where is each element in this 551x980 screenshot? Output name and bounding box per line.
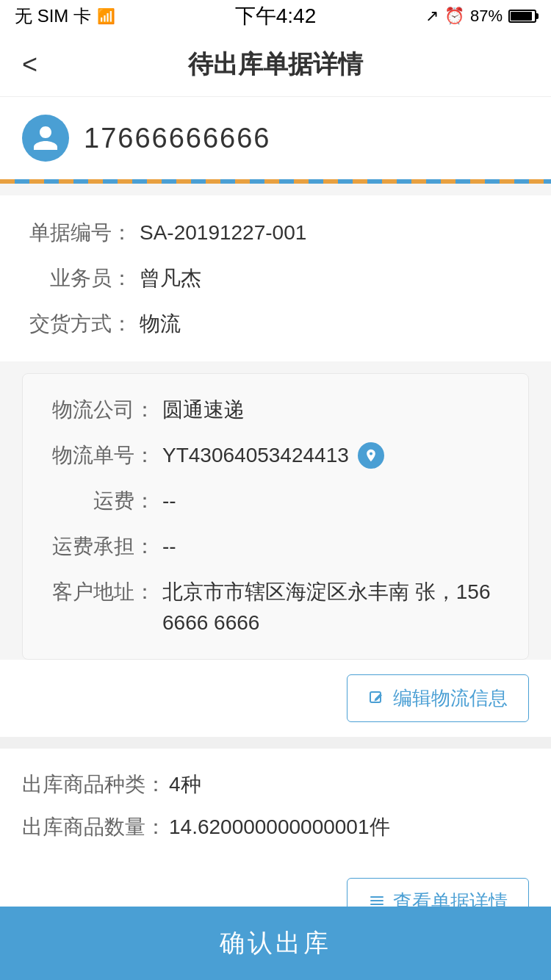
order-no-row: 单据编号： SA-20191227-001: [22, 217, 529, 248]
order-no-label: 单据编号：: [22, 217, 140, 248]
tracking-row: 物流单号： YT43064053424413: [45, 440, 506, 471]
outbound-type-row: 出库商品种类： 4种: [22, 771, 529, 799]
svg-rect-1: [370, 896, 383, 898]
confirm-button-bar[interactable]: 确认出库: [0, 907, 551, 980]
page-title: 待出库单据详情: [188, 48, 363, 82]
outbound-quantity-label: 出库商品数量：: [22, 813, 169, 841]
map-pin-icon: [364, 448, 378, 463]
logistics-card: 物流公司： 圆通速递 物流单号： YT43064053424413 运费： --…: [22, 373, 529, 660]
status-time: 下午4:42: [235, 2, 317, 30]
back-button[interactable]: <: [22, 42, 45, 87]
salesman-label: 业务员：: [22, 263, 140, 294]
section-separator: [0, 737, 551, 749]
svg-rect-2: [370, 900, 383, 901]
wifi-icon: 📶: [97, 7, 115, 25]
freight-bear-label: 运费承担：: [45, 531, 162, 562]
tracking-value-container: YT43064053424413: [162, 440, 506, 471]
edit-logistics-button[interactable]: 编辑物流信息: [347, 674, 529, 722]
delivery-label: 交货方式：: [22, 309, 140, 339]
outbound-type-label: 出库商品种类：: [22, 771, 169, 799]
logistics-company-value: 圆通速递: [162, 394, 506, 425]
logistics-company-label: 物流公司：: [45, 394, 162, 425]
outbound-section: 出库商品种类： 4种 出库商品数量： 14.620000000000001件: [0, 749, 551, 863]
delivery-value: 物流: [140, 309, 529, 339]
freight-row: 运费： --: [45, 486, 506, 516]
salesman-row: 业务员： 曾凡杰: [22, 263, 529, 294]
svg-rect-3: [370, 904, 383, 905]
tracking-label: 物流单号：: [45, 440, 162, 471]
delivery-row: 交货方式： 物流: [22, 309, 529, 339]
edit-btn-row: 编辑物流信息: [0, 660, 551, 737]
freight-label: 运费：: [45, 486, 162, 516]
outbound-quantity-row: 出库商品数量： 14.620000000000001件: [22, 813, 529, 841]
salesman-value: 曾凡杰: [140, 263, 529, 294]
freight-bear-value: --: [162, 531, 506, 562]
address-value: 北京市市辖区海淀区永丰南 张，156 6666 6666: [162, 577, 506, 638]
address-label: 客户地址：: [45, 577, 162, 608]
user-section: 17666666666: [0, 97, 551, 179]
battery-percent: 87%: [470, 7, 503, 26]
tracking-number: YT43064053424413: [162, 440, 349, 471]
location-status-icon: ↗: [425, 7, 439, 26]
user-avatar-icon: [31, 123, 60, 153]
edit-icon: [368, 690, 386, 707]
logistics-company-row: 物流公司： 圆通速递: [45, 394, 506, 425]
confirm-btn-text: 确认出库: [220, 926, 331, 960]
battery-icon: [508, 10, 536, 23]
user-phone: 17666666666: [84, 123, 270, 154]
tracking-location-button[interactable]: [358, 442, 384, 469]
status-left: 无 SIM 卡 📶: [15, 4, 115, 28]
status-right: ↗ ⏰ 87%: [425, 7, 536, 26]
freight-bear-row: 运费承担： --: [45, 531, 506, 562]
alarm-icon: ⏰: [444, 7, 464, 26]
status-bar: 无 SIM 卡 📶 下午4:42 ↗ ⏰ 87%: [0, 0, 551, 32]
order-no-value: SA-20191227-001: [140, 217, 529, 248]
address-row: 客户地址： 北京市市辖区海淀区永丰南 张，156 6666 6666: [45, 577, 506, 638]
outbound-quantity-value: 14.620000000000001件: [169, 813, 390, 841]
carrier-text: 无 SIM 卡: [15, 4, 91, 28]
dashed-separator: [0, 179, 551, 184]
edit-btn-label: 编辑物流信息: [393, 685, 508, 711]
nav-bar: < 待出库单据详情: [0, 32, 551, 97]
basic-info-section: 单据编号： SA-20191227-001 业务员： 曾凡杰 交货方式： 物流: [0, 195, 551, 361]
freight-value: --: [162, 486, 506, 516]
outbound-type-value: 4种: [169, 771, 201, 799]
avatar: [22, 115, 69, 162]
